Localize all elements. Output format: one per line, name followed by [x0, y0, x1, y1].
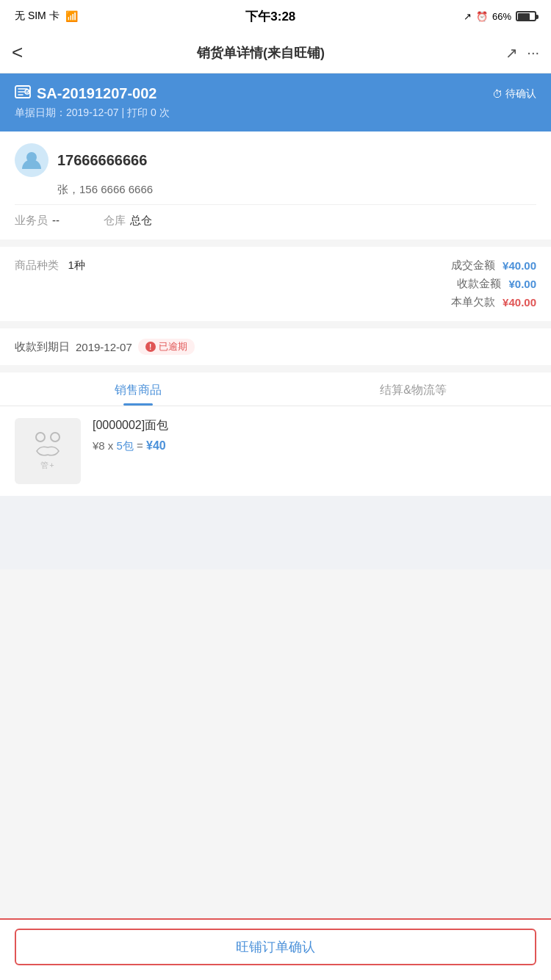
customer-meta: 业务员 -- 仓库 总仓: [15, 204, 536, 228]
tabs-section: 销售商品 结算&物流等 管+ [0000002]面包 ¥8 x 5包 = ¥40: [0, 372, 551, 496]
product-type-label: 商品种类: [15, 259, 59, 271]
page-title: 销货单详情(来自旺铺): [41, 44, 480, 62]
customer-sub-info: 张，156 6666 6666: [15, 183, 536, 197]
avatar: [15, 143, 48, 177]
product-name: [0000002]面包: [93, 418, 536, 433]
deal-amount-value: ¥40.00: [503, 259, 536, 272]
product-unit-price: ¥8 x: [93, 439, 117, 452]
customer-section: 17666666666 张，156 6666 6666 业务员 -- 仓库 总仓: [0, 131, 551, 239]
back-button[interactable]: <: [12, 41, 41, 64]
order-date: 单据日期：2019-12-07 | 打印 0 次: [15, 107, 536, 120]
status-right: ↗ ⏰ 66%: [464, 11, 536, 22]
owed-value: ¥40.00: [503, 296, 536, 309]
overdue-text: 已逾期: [159, 340, 187, 353]
order-status: ⏱ 待确认: [492, 87, 536, 101]
product-equals: =: [134, 439, 146, 452]
alarm-icon: ⏰: [476, 11, 488, 22]
deal-amount-label: 成交金额: [451, 259, 495, 273]
salesperson-label: 业务员: [15, 214, 48, 228]
received-value: ¥0.00: [508, 278, 536, 290]
product-thumbnail: 管+: [15, 418, 81, 484]
status-time: 下午3:28: [245, 8, 295, 25]
battery-text: 66%: [492, 11, 511, 22]
status-left: 无 SIM 卡 📶: [15, 10, 78, 23]
product-price-row: ¥8 x 5包 = ¥40: [93, 439, 536, 453]
product-qty: 5包: [117, 439, 134, 452]
nav-actions: ↗ ···: [480, 44, 539, 62]
wifi-icon: 📶: [65, 10, 78, 22]
customer-phone: 17666666666: [57, 152, 147, 169]
carrier-text: 无 SIM 卡: [15, 10, 60, 23]
bottom-bar: 旺铺订单确认: [0, 918, 551, 980]
product-total: ¥40: [146, 439, 166, 452]
empty-area: [0, 496, 551, 569]
owed-label: 本单欠款: [451, 295, 495, 309]
tab-settlement[interactable]: 结算&物流等: [276, 372, 551, 406]
amount-summary: 成交金额 ¥40.00 收款金额 ¥0.00 本单欠款 ¥40.00: [451, 259, 536, 309]
product-type-value: 1种: [68, 259, 85, 271]
confirm-button[interactable]: 旺铺订单确认: [15, 929, 536, 965]
share-icon[interactable]: ↗: [505, 44, 518, 62]
summary-section: 商品种类 1种 成交金额 ¥40.00 收款金额 ¥0.00 本单欠款 ¥40.…: [0, 247, 551, 321]
owl-brand-text: 管+: [40, 460, 54, 471]
overdue-badge: ! 已逾期: [138, 339, 195, 355]
due-date-value: 2019-12-07: [76, 341, 132, 353]
salesperson-value: --: [52, 214, 60, 228]
nav-bar: < 销货单详情(来自旺铺) ↗ ···: [0, 32, 551, 73]
order-id: SA-20191207-002: [15, 85, 156, 102]
battery-icon: [516, 11, 536, 21]
product-info: [0000002]面包 ¥8 x 5包 = ¥40: [93, 418, 536, 453]
warehouse-value: 总仓: [130, 214, 152, 228]
tab-sales-products[interactable]: 销售商品: [0, 372, 276, 406]
more-icon[interactable]: ···: [527, 44, 539, 61]
svg-point-1: [25, 90, 29, 94]
due-date-label: 收款到期日: [15, 340, 70, 354]
product-item: 管+ [0000002]面包 ¥8 x 5包 = ¥40: [0, 406, 551, 496]
location-icon: ↗: [464, 11, 472, 22]
tabs-row: 销售商品 结算&物流等: [0, 372, 551, 406]
status-clock-icon: ⏱: [492, 88, 503, 100]
status-bar: 无 SIM 卡 📶 下午3:28 ↗ ⏰ 66%: [0, 0, 551, 32]
received-label: 收款金额: [457, 277, 501, 291]
warehouse-label: 仓库: [104, 214, 126, 228]
due-date-section: 收款到期日 2019-12-07 ! 已逾期: [0, 328, 551, 365]
order-header: SA-20191207-002 ⏱ 待确认 单据日期：2019-12-07 | …: [0, 73, 551, 131]
overdue-dot-icon: !: [145, 342, 156, 352]
order-id-icon: [15, 85, 31, 102]
